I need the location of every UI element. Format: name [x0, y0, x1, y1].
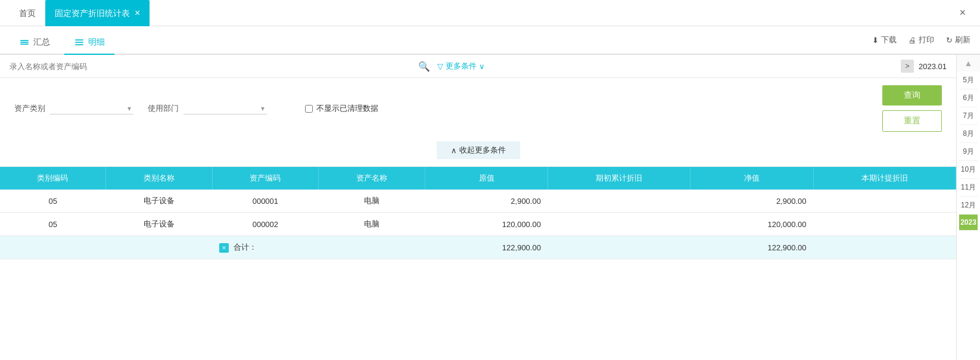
svg-rect-0	[20, 44, 29, 45]
total-original-value: 122,900.00	[425, 236, 548, 259]
window-close-button[interactable]: ×	[954, 4, 970, 21]
col-header-asset-code: 资产编码	[212, 167, 319, 190]
table-container: 类别编码 类别名称 资产编码 资产名称 原值 期初累计折旧 净值 本期计提折旧 …	[0, 167, 956, 360]
expand-chevron-button[interactable]: >	[901, 60, 914, 73]
query-button[interactable]: 查询	[882, 85, 942, 105]
cell-net-value: 120,000.00	[690, 213, 814, 236]
tab-bar: 首页 固定资产折旧统计表 × ×	[0, 0, 980, 26]
cell-original-value: 120,000.00	[425, 213, 548, 236]
cell-category-code: 05	[0, 213, 105, 236]
cell-category-name: 电子设备	[105, 190, 212, 213]
print-icon: 🖨	[909, 36, 916, 45]
asset-category-select[interactable]	[50, 103, 133, 114]
month-item[interactable]: 10月	[959, 161, 978, 179]
month-item[interactable]: 7月	[959, 107, 978, 125]
filter-row: 资产类别 使用部门	[14, 85, 942, 132]
filter-icon: ▽	[437, 62, 443, 71]
reset-button[interactable]: 重置	[882, 110, 942, 132]
tab-summary[interactable]: 汇总	[10, 31, 60, 55]
refresh-label: 刷新	[955, 35, 970, 45]
total-label: 合计：	[234, 243, 257, 252]
month-item[interactable]: 12月	[959, 197, 978, 215]
more-filters-label: 更多条件	[446, 61, 477, 72]
month-item[interactable]: 5月	[959, 72, 978, 89]
cell-asset-name: 电脑	[319, 190, 425, 213]
print-button[interactable]: 🖨 打印	[909, 35, 934, 45]
total-cell-spacer1	[0, 236, 105, 259]
month-item[interactable]: 6月	[959, 89, 978, 107]
tab-detail-label: 明细	[88, 37, 105, 48]
col-header-net-value: 净值	[690, 167, 814, 190]
search-icon[interactable]: 🔍	[418, 61, 430, 72]
department-select-wrapper	[183, 103, 267, 114]
table-row: 05 电子设备 000002 电脑 120,000.00 120,000.00	[0, 213, 956, 236]
department-select[interactable]	[183, 103, 267, 114]
data-table: 类别编码 类别名称 资产编码 资产名称 原值 期初累计折旧 净值 本期计提折旧 …	[0, 167, 956, 259]
month-item[interactable]: 8月	[959, 125, 978, 143]
hide-cleared-checkbox[interactable]	[305, 105, 313, 113]
svg-rect-3	[75, 39, 83, 41]
filter-buttons: 查询 重置	[882, 85, 942, 132]
table-body: 05 电子设备 000001 电脑 2,900.00 2,900.00 05 电…	[0, 190, 956, 259]
collapse-row: ∧ 收起更多条件	[14, 136, 942, 162]
cell-category-name: 电子设备	[105, 213, 212, 236]
col-header-accumulated-depreciation: 期初累计折旧	[548, 167, 690, 190]
asset-category-filter: 资产类别	[14, 103, 133, 114]
total-net-value: 122,900.00	[690, 236, 814, 259]
more-filters-button[interactable]: ▽ 更多条件 ∨	[437, 61, 485, 72]
tab-home[interactable]: 首页	[10, 0, 45, 26]
col-header-category-name: 类别名称	[105, 167, 212, 190]
asset-category-label: 资产类别	[14, 103, 45, 114]
refresh-button[interactable]: ↻ 刷新	[946, 35, 970, 45]
cell-accumulated-depreciation	[548, 190, 690, 213]
tab-detail[interactable]: 明细	[64, 31, 114, 55]
month-up-button[interactable]: ▲	[957, 55, 980, 72]
asset-category-select-wrapper	[50, 103, 133, 114]
collapse-label: 收起更多条件	[459, 145, 506, 156]
tab-summary-label: 汇总	[33, 37, 50, 48]
collapse-button[interactable]: ∧ 收起更多条件	[437, 141, 520, 159]
close-tab-button[interactable]: ×	[135, 8, 140, 18]
svg-rect-1	[20, 42, 29, 43]
chevron-down-icon: ∨	[479, 62, 485, 71]
tab-active[interactable]: 固定资产折旧统计表 ×	[45, 0, 150, 26]
department-filter: 使用部门	[148, 103, 267, 114]
sub-tabs: 汇总 明细	[10, 26, 114, 54]
layout-wrapper: 🔍 ▽ 更多条件 ∨ > 2023.01 资产类别	[0, 55, 980, 360]
total-label-cell: ≡ 合计：	[212, 236, 425, 259]
month-list: 5月6月7月8月9月10月11月12月2023	[959, 72, 978, 231]
download-label: 下载	[881, 35, 897, 45]
hide-cleared-group: 不显示已清理数据	[305, 103, 378, 114]
department-label: 使用部门	[148, 103, 179, 114]
col-header-category-code: 类别编码	[0, 167, 105, 190]
cell-net-value: 2,900.00	[690, 190, 814, 213]
col-header-original-value: 原值	[425, 167, 548, 190]
print-label: 打印	[919, 35, 934, 45]
cell-current-depreciation	[814, 190, 956, 213]
month-item[interactable]: 2023	[959, 215, 978, 231]
download-button[interactable]: ⬇ 下载	[872, 35, 897, 45]
cell-accumulated-depreciation	[548, 213, 690, 236]
table-total-row: ≡ 合计： 122,900.00 122,900.00	[0, 236, 956, 259]
list-icon	[74, 37, 85, 48]
svg-rect-5	[75, 44, 83, 45]
month-item[interactable]: 11月	[959, 179, 978, 197]
search-bar: 🔍 ▽ 更多条件 ∨ > 2023.01	[0, 55, 956, 78]
month-item[interactable]: 9月	[959, 143, 978, 161]
date-display: 2023.01	[919, 62, 947, 71]
layers-icon	[19, 37, 30, 48]
cell-category-code: 05	[0, 190, 105, 213]
active-tab-label: 固定资产折旧统计表	[55, 0, 130, 26]
search-input[interactable]	[10, 62, 411, 71]
cell-asset-code: 000001	[212, 190, 319, 213]
cell-original-value: 2,900.00	[425, 190, 548, 213]
col-header-current-depreciation: 本期计提折旧	[814, 167, 956, 190]
table-row: 05 电子设备 000001 电脑 2,900.00 2,900.00	[0, 190, 956, 213]
total-cell-spacer2	[105, 236, 212, 259]
svg-rect-4	[75, 42, 83, 43]
hide-cleared-label: 不显示已清理数据	[316, 103, 378, 114]
toolbar-actions: ⬇ 下载 🖨 打印 ↻ 刷新	[872, 35, 970, 45]
search-right: > 2023.01	[901, 60, 947, 73]
svg-rect-2	[20, 40, 29, 41]
month-sidebar: ▲ 5月6月7月8月9月10月11月12月2023	[956, 55, 980, 360]
